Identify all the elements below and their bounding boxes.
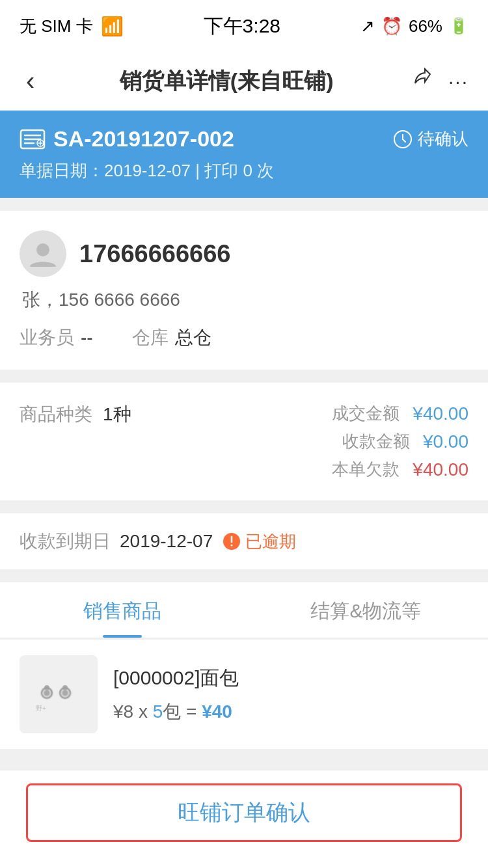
table-row: 野+ [0000002]面包 ¥8 x 5包 = ¥40: [0, 640, 488, 750]
status-bar: 无 SIM 卡 📶 下午3:28 ↗ ⏰ 66% 🔋: [0, 0, 488, 52]
summary-row: 商品种类 1种 成交金额 ¥40.00 收款金额 ¥0.00 本单欠款 ¥40.…: [20, 402, 468, 481]
status-right: ↗ ⏰ 66% 🔋: [360, 16, 468, 36]
amount-label-2: 收款金额: [342, 430, 410, 453]
amount-label-3: 本单欠款: [332, 458, 400, 481]
due-date-card: 收款到期日 2019-12-07 已逾期: [0, 513, 488, 569]
amount-value-2: ¥0.00: [423, 431, 468, 452]
share-button[interactable]: [412, 66, 435, 96]
warehouse-label: 仓库: [132, 325, 169, 350]
summary-card: 商品种类 1种 成交金额 ¥40.00 收款金额 ¥0.00 本单欠款 ¥40.…: [0, 383, 488, 500]
product-thumbnail: 野+: [20, 655, 98, 733]
salesperson-item: 业务员 --: [20, 325, 93, 350]
carrier-label: 无 SIM 卡: [20, 15, 93, 38]
svg-point-5: [231, 545, 233, 547]
avatar: [20, 230, 66, 277]
warehouse-value: 总仓: [175, 325, 211, 350]
due-date-label: 收款到期日: [20, 529, 111, 554]
tab-sales-products[interactable]: 销售商品: [0, 582, 244, 638]
type-value: 1种: [103, 402, 131, 427]
page-title: 销货单详情(来自旺铺): [120, 66, 334, 96]
customer-meta: 业务员 -- 仓库 总仓: [20, 325, 468, 350]
status-time: 下午3:28: [204, 13, 280, 40]
location-icon: ↗: [360, 16, 375, 36]
amount-label-1: 成交金额: [332, 402, 400, 425]
back-button[interactable]: ‹: [20, 60, 41, 102]
order-status: 待确认: [393, 128, 468, 150]
amount-row-1: 成交金额 ¥40.00: [332, 402, 468, 425]
product-qty: 5: [153, 701, 163, 722]
bottom-bar: 旺铺订单确认: [0, 770, 488, 868]
overdue-badge: 已逾期: [222, 530, 296, 553]
type-label: 商品种类: [20, 402, 92, 427]
amount-value-1: ¥40.00: [413, 403, 468, 424]
confirm-button[interactable]: 旺铺订单确认: [26, 783, 462, 842]
nav-actions: ···: [412, 66, 468, 96]
battery-label: 66%: [409, 16, 442, 36]
salesperson-label: 业务员: [20, 325, 74, 350]
status-left: 无 SIM 卡 📶: [20, 15, 124, 38]
battery-icon: 🔋: [449, 17, 468, 35]
order-id: SA-20191207-002: [20, 126, 234, 152]
tab-settlement[interactable]: 结算&物流等: [244, 582, 488, 638]
customer-card: 17666666666 张，156 6666 6666 业务员 -- 仓库 总仓: [0, 211, 488, 370]
svg-point-3: [36, 243, 49, 256]
alarm-icon: ⏰: [381, 16, 402, 36]
customer-name: 张，156 6666 6666: [20, 288, 468, 312]
order-header: SA-20191207-002 待确认 单据日期：2019-12-07 | 打印…: [0, 111, 488, 198]
product-name: [0000002]面包: [113, 665, 468, 692]
amount-value-3: ¥40.00: [413, 459, 468, 480]
amount-row-3: 本单欠款 ¥40.00: [332, 458, 468, 481]
order-header-top: SA-20191207-002 待确认: [20, 126, 468, 152]
nav-bar: ‹ 销货单详情(来自旺铺) ···: [0, 52, 488, 111]
product-price-formula: ¥8 x 5包 = ¥40: [113, 699, 468, 724]
svg-point-10: [62, 690, 68, 696]
amount-row-2: 收款金额 ¥0.00: [342, 430, 468, 453]
product-info: [0000002]面包 ¥8 x 5包 = ¥40: [113, 665, 468, 724]
product-list: 野+ [0000002]面包 ¥8 x 5包 = ¥40: [0, 640, 488, 750]
due-date-value: 2019-12-07: [120, 531, 213, 552]
tabs-bar: 销售商品 结算&物流等: [0, 582, 488, 638]
wifi-icon: 📶: [101, 16, 124, 37]
warehouse-item: 仓库 总仓: [132, 325, 211, 350]
salesperson-value: --: [81, 327, 93, 348]
customer-top: 17666666666: [20, 230, 468, 277]
customer-phone: 17666666666: [79, 240, 230, 268]
order-date: 单据日期：2019-12-07 | 打印 0 次: [20, 159, 468, 182]
svg-point-7: [44, 690, 49, 696]
product-total: ¥40: [202, 701, 232, 722]
more-button[interactable]: ···: [448, 70, 468, 92]
overdue-text: 已逾期: [245, 530, 296, 553]
summary-left: 商品种类 1种: [20, 402, 131, 427]
svg-text:野+: 野+: [36, 705, 46, 712]
summary-right: 成交金额 ¥40.00 收款金额 ¥0.00 本单欠款 ¥40.00: [332, 402, 468, 481]
